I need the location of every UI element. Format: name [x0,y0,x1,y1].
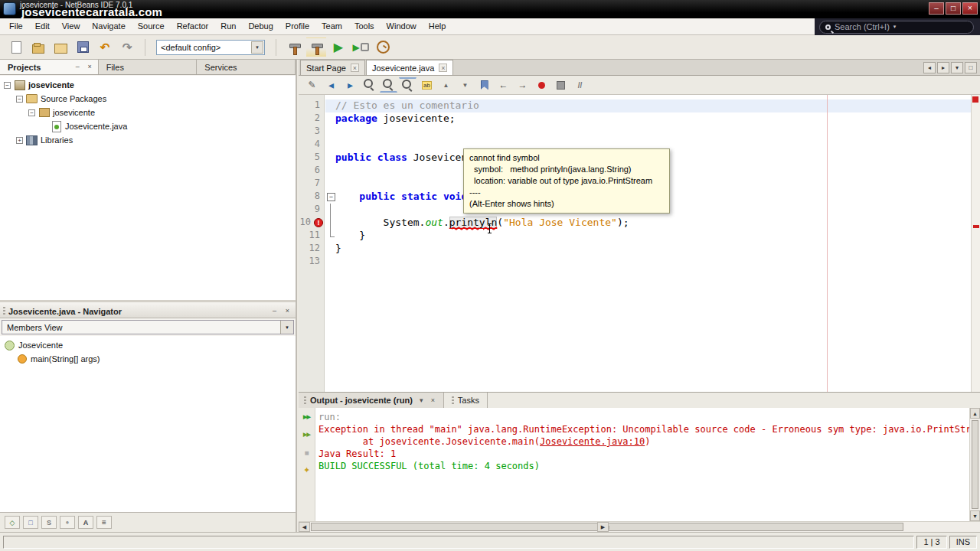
scroll-tabs-right-icon[interactable] [937,62,949,73]
search-dropdown-icon[interactable]: ▾ [893,24,897,30]
last-edit-location-button[interactable] [303,77,321,93]
menu-window[interactable]: Window [381,18,423,34]
show-non-public-button[interactable] [60,516,75,529]
toggle-bookmark-button[interactable] [475,77,493,93]
open-project-button[interactable] [51,37,70,57]
scroll-up-icon[interactable]: ▲ [970,408,980,419]
output-horizontal-scrollbar[interactable]: ◀ ▶ [299,521,980,532]
tasks-tab[interactable]: Tasks [444,393,488,408]
search-input[interactable]: Search (Ctrl+I) ▾ [819,21,974,34]
gutter-line[interactable]: 11 [299,230,324,243]
tree-node-libraries[interactable]: +Libraries [0,133,296,147]
members-view-dropdown[interactable]: Members View ▼ [2,320,294,334]
tree-node-josevicente[interactable]: −josevicente [0,106,296,119]
tree-node-source-packages[interactable]: −Source Packages [0,92,296,106]
gutter-line[interactable]: 12 [299,243,324,256]
new-file-button[interactable] [6,37,26,57]
close-tab-icon[interactable]: × [351,64,359,72]
code-line[interactable] [325,126,971,139]
scroll-tabs-left-icon[interactable] [923,62,936,73]
close-output-icon[interactable] [428,396,438,406]
find-next-occurrence-button[interactable] [380,77,397,93]
menu-navigate[interactable]: Navigate [86,18,131,34]
scroll-down-icon[interactable]: ▼ [970,510,980,521]
menu-source[interactable]: Source [132,18,171,34]
gutter-line[interactable]: 5 [299,152,324,165]
close-panel-icon[interactable]: × [283,306,292,316]
minimize-panel-icon[interactable]: – [270,306,279,316]
output-tab[interactable]: Output - josevicente (run) [299,393,444,408]
chevron-down-icon[interactable]: ▼ [280,321,293,334]
tree-node-josevicente[interactable]: Josevicente [0,338,296,352]
menu-file[interactable]: File [3,18,29,34]
close-tab-icon[interactable]: × [439,64,447,72]
code-line[interactable]: } [325,243,971,256]
tree-node-josevicente-java[interactable]: Josevicente.java [0,119,296,133]
tree-node-main-string-args[interactable]: main(String[] args) [0,352,296,366]
minimize-group-icon[interactable]: – [73,62,83,72]
gutter-line[interactable]: 4 [299,139,324,152]
show-static-button[interactable] [41,516,57,529]
minimize-button[interactable] [929,2,944,15]
scroll-right-icon[interactable]: ▶ [597,522,609,532]
gutter-line[interactable]: 8 [299,191,324,204]
shift-line-right-button[interactable] [514,77,531,93]
gutter-line[interactable]: 6 [299,165,324,178]
next-bookmark-button[interactable] [456,77,474,93]
collapse-handle-icon[interactable]: − [16,96,23,103]
error-stripe-mark-icon[interactable] [973,225,979,228]
menu-view[interactable]: View [56,18,87,34]
menu-edit[interactable]: Edit [29,18,56,34]
sort-alpha-button[interactable] [78,516,93,529]
gutter-line[interactable]: 1 [299,99,324,112]
editor-gutter[interactable]: 12345678910!111213 [299,95,325,392]
show-fields-button[interactable] [23,516,38,529]
forward-button[interactable] [341,77,359,93]
ant-settings-button[interactable] [300,464,313,476]
code-line[interactable] [325,256,971,269]
code-line[interactable]: System.out.printyln("Hola Jose Vicente")… [325,217,971,230]
stacktrace-link[interactable]: Josevicente.java:10 [540,436,645,447]
menu-help[interactable]: Help [423,18,452,34]
fold-collapse-icon[interactable] [325,191,335,204]
menu-run[interactable]: Run [214,18,242,34]
menu-debug[interactable]: Debug [242,18,279,34]
debug-project-button[interactable] [351,37,371,57]
clean-build-project-button[interactable] [306,37,326,57]
comment-lines-button[interactable] [571,77,589,93]
editor-tab-start-page[interactable]: Start Page× [300,60,365,75]
toggle-highlight-search-button[interactable] [418,77,436,93]
menu-team[interactable]: Team [315,18,348,34]
gutter-line[interactable]: 3 [299,126,324,139]
output-options-icon[interactable] [416,396,426,406]
find-previous-occurrence-button[interactable] [399,77,416,93]
build-project-button[interactable] [284,37,304,57]
gutter-line[interactable]: 2 [299,112,324,126]
close-group-icon[interactable]: × [85,62,95,72]
code-line[interactable]: } [325,230,971,243]
code-lines[interactable]: // Esto es un comentariopackage josevice… [325,95,971,392]
collapse-handle-icon[interactable]: − [4,82,11,89]
menu-refactor[interactable]: Refactor [171,18,215,34]
tab-projects[interactable]: Projects–× [0,60,99,74]
gutter-line[interactable]: 9 [299,204,324,217]
new-project-button[interactable] [28,37,48,57]
run-project-button[interactable] [328,37,348,57]
code-line[interactable]: package josevicente; [325,112,971,126]
previous-bookmark-button[interactable] [437,77,455,93]
expand-handle-icon[interactable]: + [16,137,23,144]
rerun-params-button[interactable] [300,429,313,441]
undo-button[interactable] [95,37,115,57]
scroll-left-icon[interactable]: ◀ [299,522,310,532]
sort-source-button[interactable] [96,516,112,529]
save-all-button[interactable] [73,37,93,57]
start-macro-recording-button[interactable] [533,77,550,93]
menu-tools[interactable]: Tools [348,18,381,34]
collapse-handle-icon[interactable]: − [28,109,35,116]
find-selection-button[interactable] [361,77,378,93]
code-editor[interactable]: 12345678910!111213 // Esto es un comenta… [299,95,980,392]
error-stripe[interactable] [971,95,980,392]
config-dropdown[interactable]: <default config> ▼ [156,40,265,55]
gutter-line[interactable]: 13 [299,256,324,269]
code-line[interactable]: // Esto es un comentario [325,99,971,112]
